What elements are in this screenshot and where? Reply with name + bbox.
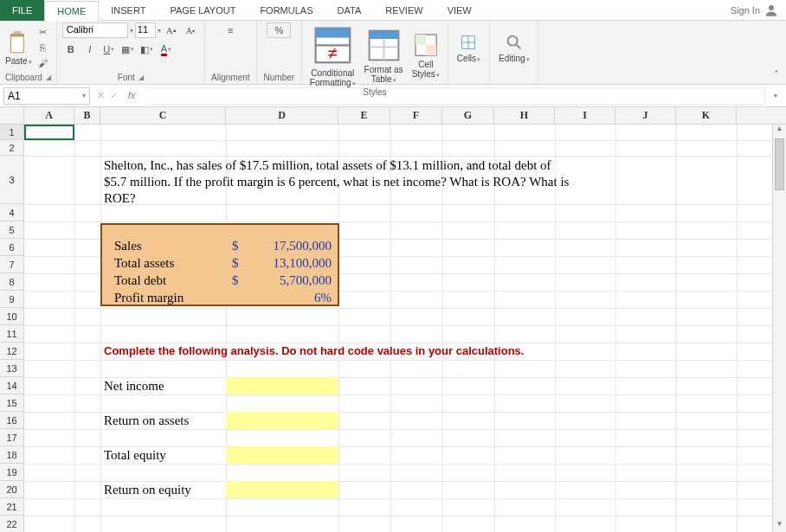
row-header[interactable]: 15 [0,394,23,412]
row-header[interactable]: 18 [0,446,23,464]
row-header[interactable]: 12 [0,343,23,360]
group-editing: Editing [490,21,539,84]
cancel-icon[interactable]: ✕ [97,90,105,101]
name-box[interactable]: A1 ▾ [3,87,90,105]
cell-label: Cell [418,60,433,69]
shrink-font-button[interactable]: A▾ [182,22,199,38]
format-painter-button[interactable]: 🖌 [35,56,51,70]
tab-home[interactable]: HOME [44,1,99,22]
instruction-text: Complete the following analysis. Do not … [104,344,524,357]
column-headers: A B C D E F G H I J K [0,107,786,125]
input-roe[interactable] [226,481,338,498]
cut-button[interactable]: ✂ [35,25,51,39]
tab-view[interactable]: VIEW [435,0,484,21]
font-name-select[interactable]: Calibri [62,22,128,38]
tab-page-layout[interactable]: PAGE LAYOUT [158,0,248,21]
tab-insert[interactable]: INSERT [99,0,158,21]
formula-input[interactable] [147,87,765,105]
paste-icon [7,30,29,56]
col-header[interactable]: C [100,107,226,124]
row-header[interactable]: 20 [0,481,23,498]
bold-button[interactable]: B [62,42,80,57]
font-color-icon: A [161,43,167,56]
tab-formulas[interactable]: FORMULAS [248,0,325,21]
col-header[interactable]: B [74,107,100,124]
vertical-scrollbar[interactable]: ▲ ▼ [772,125,786,532]
row-header[interactable]: 8 [0,273,23,291]
row-header[interactable]: 1 [0,125,23,140]
scroll-down-icon[interactable]: ▼ [773,520,786,532]
value-assets: 13,100,000 [245,256,332,271]
sign-in[interactable]: Sign In [724,1,786,20]
col-header[interactable]: E [338,107,390,124]
paste-button[interactable]: Paste [5,30,32,66]
clipboard-launcher-icon[interactable]: ◢ [46,74,51,81]
tab-data[interactable]: DATA [325,0,374,21]
col-header[interactable]: D [226,107,338,124]
tab-review[interactable]: REVIEW [373,0,435,21]
label-margin: Profit margin [114,291,184,305]
row-header[interactable]: 19 [0,464,23,481]
fill-color-button[interactable]: ◧ [139,42,156,57]
col-header[interactable]: J [615,107,676,124]
cell-styles-button[interactable]: Cell Styles [409,31,442,78]
row-header[interactable]: 16 [0,412,23,429]
col-header[interactable]: G [442,107,494,124]
value-debt: 5,700,000 [245,273,332,288]
editing-button[interactable]: Editing [495,31,533,65]
active-cell [24,125,74,140]
row-header[interactable]: 7 [0,256,23,273]
col-header[interactable]: F [390,107,442,124]
row-header[interactable]: 17 [0,429,23,446]
tab-file[interactable]: FILE [0,0,44,21]
conditional-formatting-button[interactable]: ≠ Conditional Formatting [307,22,358,87]
row-header[interactable]: 5 [0,221,23,239]
underline-button[interactable]: U [100,42,118,57]
row-header[interactable]: 14 [0,377,23,394]
scroll-up-icon[interactable]: ▲ [773,125,786,137]
row-header[interactable]: 10 [0,308,23,325]
dollar-sign: $ [232,256,239,271]
collapse-ribbon-button[interactable]: ˄ [767,66,786,84]
expand-formula-bar[interactable]: ▾ [769,92,783,99]
col-header[interactable]: A [24,107,74,124]
input-roa[interactable] [226,412,338,429]
enter-icon[interactable]: ✓ [110,90,118,101]
group-number: % Number [257,21,302,84]
border-icon: ▦ [121,44,130,55]
input-total-equity[interactable] [226,446,338,464]
dollar-sign: $ [232,273,239,288]
scrollbar-thumb[interactable] [775,138,784,190]
font-size-select[interactable]: 11 [135,22,156,38]
row-header[interactable]: 2 [0,140,23,156]
row-header[interactable]: 13 [0,360,23,377]
fx-icon[interactable]: fx [123,90,140,101]
borders-button[interactable]: ▦ [119,42,137,57]
align-icon: ≡ [228,25,233,35]
row-header[interactable]: 6 [0,239,23,256]
font-launcher-icon[interactable]: ◢ [139,74,144,81]
group-alignment: ≡ Alignment [205,21,257,84]
row-header[interactable]: 4 [0,204,23,221]
col-header[interactable]: H [494,107,555,124]
row-header[interactable]: 3 [0,156,23,204]
percent-button[interactable]: % [267,22,291,38]
font-color-button[interactable]: A [158,42,175,57]
cells-area[interactable]: Shelton, Inc., has sales of $17.5 millio… [24,125,786,532]
row-header[interactable]: 11 [0,325,23,343]
sign-in-label: Sign In [731,5,760,16]
align-button[interactable]: ≡ [222,22,239,38]
row-header[interactable]: 9 [0,291,23,308]
cells-button[interactable]: Cells [454,31,484,65]
grow-font-button[interactable]: A▴ [163,22,180,38]
input-net-income[interactable] [226,377,338,394]
col-header[interactable]: I [555,107,615,124]
row-header[interactable]: 21 [0,498,23,516]
select-all-corner[interactable] [0,107,24,124]
row-header[interactable]: 22 [0,516,23,532]
col-header[interactable]: K [676,107,737,124]
label-net-income: Net income [104,379,164,394]
format-as-table-button[interactable]: Format as Table [362,26,406,84]
copy-button[interactable]: ⎘ [35,41,51,54]
italic-button[interactable]: I [81,42,99,57]
